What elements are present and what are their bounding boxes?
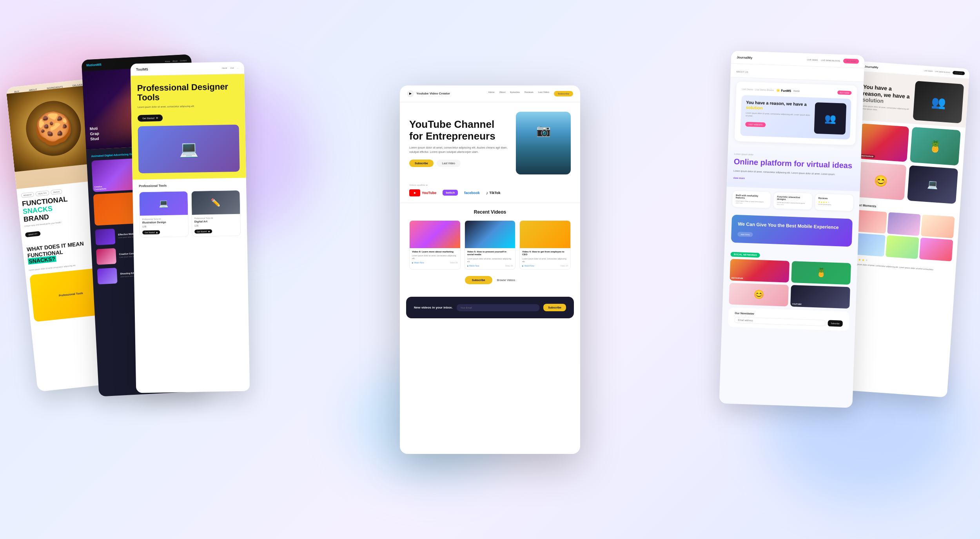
moments-nav-live2[interactable]: LIVE DEMO BLOCKS (935, 71, 950, 74)
moments-nav: LIVE DEMO LIVE DEMO BLOCKS BUY NOW (924, 69, 965, 75)
tool-hero-btn[interactable]: Get Started ⚙ (138, 114, 163, 122)
yt-last-btn[interactable]: Last Video (437, 160, 461, 167)
moments-pineapple-card: 🍍 (910, 127, 961, 165)
yt-platform-facebook: facebook (464, 191, 480, 195)
online-features: Built with neofutility features Lorem ip… (726, 187, 860, 219)
yt-nav-episodes[interactable]: Episodes (510, 91, 520, 96)
yt-video-title-1: Video 6: Learn more about marketing (412, 250, 458, 254)
online-newsletter-input[interactable] (735, 317, 826, 326)
yt-platform-tiktok: TikTok (486, 191, 501, 195)
yt-nav-about[interactable]: About (499, 91, 506, 96)
yt-browse-btn[interactable]: Browse Videos (497, 279, 515, 281)
moments-hero-title: You have a reason, we have a solution (862, 83, 912, 107)
online-newsletter-btn[interactable]: Subscribe (828, 320, 843, 327)
tool-mini-btn-2[interactable]: Get Started ◉ (194, 229, 212, 234)
tool-mini-price-2: 12$ (194, 224, 238, 227)
yt-hero-text: YouTube Channel for Entrepreneurs Lorem … (409, 119, 508, 167)
online-funm5-nav-home[interactable]: Home (793, 90, 800, 93)
yt-newsletter: New videos in your inbox. Subscribe (406, 297, 574, 318)
yt-video-desc-1: Lorem ipsum dolor sit amet, consectetur … (412, 254, 458, 260)
online-main-section: Lorem ipsum dolor Online platform for vi… (727, 145, 862, 191)
tool-hero: Professional Designer Tools Lorem ipsum … (131, 74, 246, 180)
tool-mini-card-2: ✏️ Professional Tools Kit Digital Art 12… (191, 190, 241, 237)
yt-platforms-label: Videos availble at (409, 184, 571, 186)
moments-buy-btn[interactable]: BUY NOW (953, 71, 965, 75)
online-pineapple-item: 🍍 (791, 261, 851, 285)
yt-video-desc-2: Lorem ipsum dolor sit amet, consectetur … (467, 258, 513, 263)
moments-gallery-5 (886, 235, 919, 259)
online-funm5-logo: 🌟 FunM5 (776, 89, 791, 93)
yt-video-thumb-1 (410, 221, 460, 248)
yt-video-title-2: Video 5: How to present yourself in soci… (467, 250, 513, 257)
tool-mini-toggle-1: ◉ (156, 231, 158, 234)
tool-mini-card-body-1: Professional Tools Kit Illustration Desi… (140, 215, 188, 237)
yt-newsletter-input[interactable] (457, 304, 539, 311)
yt-bottom-subscribe-btn[interactable]: Subscribe (465, 276, 492, 284)
yt-newsletter-text: New videos in your inbox. (414, 306, 453, 309)
online-youtube-label: YOUTUBE (792, 303, 802, 305)
online-funm5-buy-btn[interactable]: BUY NOW (837, 91, 851, 95)
online-feature-1: Built with neofutility features Lorem ip… (732, 191, 771, 209)
moments-hero: You have a reason, we have a solution Lo… (856, 71, 969, 127)
online-mobile-btn[interactable]: view more (737, 232, 753, 237)
motion-nav-home[interactable]: Home (165, 60, 170, 63)
moments-star-5-empty: ★ (865, 258, 868, 262)
tool-hero-btn-label: Get Started (142, 117, 154, 120)
tool-nav-live[interactable]: Live (230, 67, 234, 69)
yt-platforms: Videos availble at YouTube twitch facebo… (400, 181, 580, 203)
yt-subscribe-btn[interactable]: Subscribe (409, 160, 434, 167)
yt-nav-subscribe-btn[interactable]: Subscribe (554, 91, 573, 96)
online-solution-desc: Lorem ipsum dolor sit amet, consectetur … (746, 112, 811, 120)
tool-nav-more[interactable]: ... (237, 67, 239, 69)
online-nav-live2[interactable]: LIVE DEMO BLOCKS (821, 59, 840, 62)
motion-logo: MotionMS (86, 63, 102, 67)
online-features-row: Built with neofutility features Lorem ip… (732, 191, 853, 211)
yt-header: ▶ Youtube Video Creator Home About Episo… (400, 85, 580, 102)
yt-nav-home[interactable]: Home (488, 91, 495, 96)
moments-hero-text: You have a reason, we have a solution Lo… (861, 77, 913, 120)
yt-video-title-3: Video 4: How to get from employee to CEO (522, 250, 568, 257)
yt-video-num-2: Video 05 (505, 265, 513, 267)
motion-thumb-3 (97, 268, 118, 285)
tool-nav-home[interactable]: Home (222, 67, 227, 69)
motion-hero-text: MotiGrapStud (90, 126, 100, 142)
yt-video-link-3[interactable]: ▶ Watch Now (522, 265, 534, 267)
online-instagram-item: INSTAGRAM (730, 259, 789, 282)
online-feature-title-3: Reviews (818, 197, 850, 200)
tool-logo: ToolM5 (136, 67, 148, 72)
yt-video-card-2: Video 5: How to present yourself in soci… (465, 220, 516, 270)
scene: BUY ABOUT INGREDIENTS DELIVERY NEWEST HE… (0, 0, 980, 539)
tool-mini-card-body-2: Professional Tools Kit Digital Art 12$ G… (192, 214, 240, 236)
yt-video-num-1: Video 06 (450, 261, 458, 264)
yt-video-link-1[interactable]: ▶ Watch Now (412, 261, 424, 264)
online-social-label: SOCIAL NETWORKS (730, 252, 760, 258)
motion-nav-about[interactable]: About (172, 60, 178, 62)
snacks-cta-btn[interactable]: WHAT IT? (25, 231, 41, 238)
moments-gallery-2 (887, 212, 921, 236)
online-visit-btn[interactable]: VISIT WEBSITE (745, 122, 766, 127)
yt-videos-grid: Video 6: Learn more about marketing Lore… (409, 220, 571, 270)
yt-hero: YouTube Channel for Entrepreneurs Lorem … (400, 102, 580, 181)
online-more-btn[interactable]: view more (733, 177, 854, 183)
moments-nav-live1[interactable]: LIVE DEMO (924, 70, 933, 73)
moments-star-4: ★ (862, 258, 865, 262)
yt-youtube-text: YouTube (422, 191, 436, 195)
yt-last-video-link[interactable]: Last Video (538, 91, 549, 96)
online-nav-buy[interactable]: BUY NOW (843, 58, 859, 64)
motion-grid-label-1: CreativeConceptions (94, 185, 107, 191)
online-mobile-banner: We Can Give You the Best Mobile Experien… (731, 215, 853, 247)
tool-mini-btn-1[interactable]: Get Started ◉ (142, 230, 160, 235)
yt-video-thumb-3 (520, 221, 570, 248)
online-main-desc: Lorem ipsum dolor sit amet, consectetur … (733, 169, 854, 177)
motion-nav-contact[interactable]: Contact (180, 59, 187, 62)
yt-nav-reviews[interactable]: Reviews (524, 91, 534, 96)
tool-mini-label-1: Professional Tools Kit (142, 217, 186, 220)
yt-newsletter-btn[interactable]: Subscribe (543, 304, 566, 311)
online-feature-title-2: Futuristic interactive designs (777, 196, 809, 201)
online-nav-live1[interactable]: LIVE DEMO (807, 58, 818, 61)
yt-video-info-1: Video 6: Learn more about marketing Lore… (410, 248, 460, 267)
moments-highlight: solution (862, 96, 884, 104)
moments-tech-icon: 💻 (907, 165, 958, 204)
online-tech-item: YOUTUBE (790, 285, 850, 309)
yt-video-link-2[interactable]: ▶ Watch Now (467, 265, 479, 267)
